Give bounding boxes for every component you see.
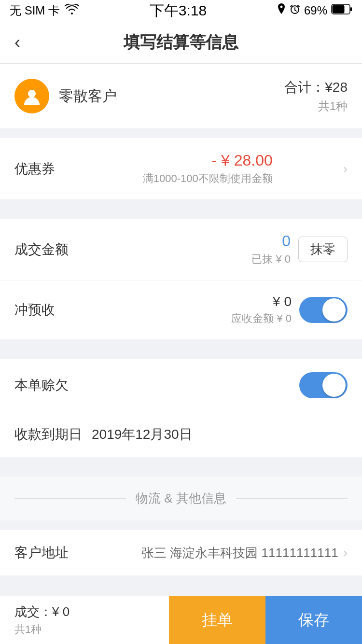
address-row[interactable]: 客户地址 张三 海淀永丰科技园 11111111111 › xyxy=(0,530,362,575)
svg-point-4 xyxy=(28,90,36,98)
address-value: 张三 海淀永丰科技园 11111111111 xyxy=(72,545,343,561)
bottom-info: 成交：¥ 0 共1种 xyxy=(0,596,169,644)
address-chevron: › xyxy=(343,545,348,560)
bottom-count: 共1种 xyxy=(14,622,169,637)
nav-bar: ‹ 填写结算等信息 xyxy=(0,21,362,64)
debt-row: 本单赊欠 xyxy=(0,359,362,412)
due-date-value: 2019年12月30日 xyxy=(92,425,193,444)
round-zero-button[interactable]: 抹零 xyxy=(298,237,348,262)
logistics-section: 物流 & 其他信息 xyxy=(0,476,362,520)
battery-icon xyxy=(331,4,352,17)
coupon-chevron: › xyxy=(343,161,348,177)
deal-amount-label: 成交金额 xyxy=(14,240,72,259)
status-left: 无 SIM 卡 xyxy=(10,3,79,18)
customer-right: 合计：¥28 共1种 xyxy=(284,78,348,114)
customer-section: 零散客户 合计：¥28 共1种 xyxy=(0,64,362,128)
hang-button[interactable]: 挂单 xyxy=(169,596,265,644)
customer-left: 零散客户 xyxy=(14,79,117,113)
toggle-knob xyxy=(322,298,346,322)
battery-percent: 69% xyxy=(304,4,327,17)
prepay-label: 冲预收 xyxy=(14,301,72,319)
status-time: 下午3:18 xyxy=(150,1,207,21)
svg-rect-3 xyxy=(350,7,352,11)
status-right: 69% xyxy=(277,3,352,18)
deal-amount-sub: 已抹 ¥ 0 xyxy=(251,252,291,266)
wifi-icon xyxy=(65,4,79,17)
customer-row: 零散客户 合计：¥28 共1种 xyxy=(0,64,362,128)
address-section: 客户地址 张三 海淀永丰科技园 11111111111 › xyxy=(0,530,362,575)
prepay-toggle[interactable] xyxy=(299,297,348,323)
deal-amount-value-group: 0 已抹 ¥ 0 xyxy=(251,232,291,266)
coupon-section: 优惠券 - ¥ 28.00 满1000-100不限制使用金额 › xyxy=(0,138,362,199)
deal-amount-row: 成交金额 0 已抹 ¥ 0 抹零 xyxy=(0,219,362,280)
amount-section: 成交金额 0 已抹 ¥ 0 抹零 冲预收 ¥ 0 应收金额 ¥ 0 xyxy=(0,219,362,339)
prepay-value-group: ¥ 0 应收金额 ¥ 0 xyxy=(231,294,292,326)
due-date-row: 收款到期日 2019年12月30日 xyxy=(0,412,362,457)
bottom-deal: 成交：¥ 0 xyxy=(14,603,169,620)
debt-label: 本单赊欠 xyxy=(14,376,72,394)
svg-rect-2 xyxy=(332,5,344,14)
bottom-deal-label: 成交： xyxy=(14,604,52,619)
section-divider-3 xyxy=(0,467,362,476)
due-date-label: 收款到期日 xyxy=(14,425,82,444)
debt-toggle[interactable] xyxy=(299,372,348,398)
debt-section: 本单赊欠 收款到期日 2019年12月30日 xyxy=(0,359,362,457)
back-button[interactable]: ‹ xyxy=(14,32,20,53)
coupon-right: - ¥ 28.00 满1000-100不限制使用金额 xyxy=(143,152,273,186)
prepay-value: ¥ 0 xyxy=(273,294,292,309)
bottom-deal-value: ¥ 0 xyxy=(52,604,70,619)
status-bar: 无 SIM 卡 下午3:18 69% xyxy=(0,0,362,21)
coupon-label: 优惠券 xyxy=(14,160,72,178)
save-button[interactable]: 保存 xyxy=(265,596,362,644)
coupon-description: 满1000-100不限制使用金额 xyxy=(143,171,273,186)
customer-total: 合计：¥28 xyxy=(284,78,348,97)
customer-count: 共1种 xyxy=(284,98,348,114)
prepay-row: 冲预收 ¥ 0 应收金额 ¥ 0 xyxy=(0,280,362,339)
alarm-icon xyxy=(290,4,300,17)
location-icon xyxy=(277,3,286,18)
logistics-header: 物流 & 其他信息 xyxy=(0,476,362,520)
customer-name: 零散客户 xyxy=(59,86,117,106)
deal-amount-right: 0 已抹 ¥ 0 抹零 xyxy=(251,232,348,266)
prepay-right: ¥ 0 应收金额 ¥ 0 xyxy=(231,294,348,326)
debt-right xyxy=(299,372,348,398)
debt-toggle-knob xyxy=(322,374,346,397)
coupon-row[interactable]: 优惠券 - ¥ 28.00 满1000-100不限制使用金额 › xyxy=(0,138,362,199)
bottom-bar: 成交：¥ 0 共1种 挂单 保存 xyxy=(0,596,362,644)
section-divider-2 xyxy=(0,349,362,359)
nav-title: 填写结算等信息 xyxy=(124,31,238,54)
address-label: 客户地址 xyxy=(14,544,72,562)
customer-avatar xyxy=(14,79,49,113)
coupon-discount: - ¥ 28.00 xyxy=(212,152,273,169)
prepay-sub: 应收金额 ¥ 0 xyxy=(231,311,292,326)
section-divider-1 xyxy=(0,209,362,219)
carrier-text: 无 SIM 卡 xyxy=(10,3,60,18)
logistics-title: 物流 & 其他信息 xyxy=(136,490,226,507)
deal-amount-value: 0 xyxy=(282,232,291,250)
